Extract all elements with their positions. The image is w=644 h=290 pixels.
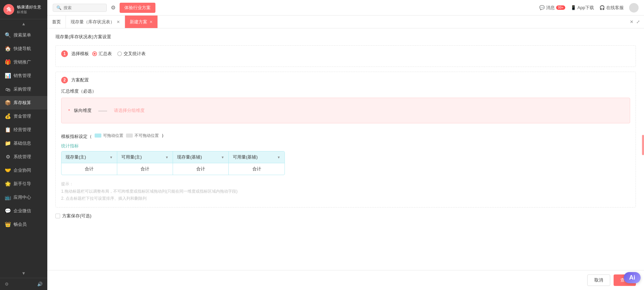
dimension-divider: —— <box>98 108 107 113</box>
col-available-aux-header[interactable]: 可用量(基辅) ▼ <box>229 151 284 163</box>
tv-icon: 📺 <box>5 194 11 200</box>
sidebar-item-vip[interactable]: 👑 畅会员 <box>0 218 47 231</box>
sidebar-item-basic-info[interactable]: 📁 基础信息 <box>0 137 47 150</box>
ai-fab-button[interactable]: Ai <box>624 272 641 283</box>
tab-inventory-close[interactable]: ✕ <box>117 20 120 24</box>
sidebar: 兔 畅康通好生意 标准版 ▲ 🔍 搜索菜单 🏠 快捷导航 🎁 营销推广 📊 销售… <box>0 0 47 290</box>
topbar: 🔍 ⚙ 体验行业方案 💬 消息 99+ 📱 App下载 🎧 在线客服 <box>47 0 644 16</box>
section-1-title: 选择模板 <box>71 51 89 57</box>
online-service-btn[interactable]: 🎧 在线客服 <box>599 5 624 11</box>
tab-close-window-icon[interactable]: ✕ <box>630 19 634 24</box>
download-icon: 📱 <box>571 5 576 10</box>
section-2: 2 方案配置 汇总维度（必选） * 纵向维度 —— 请选择分组维度 模板指标设定… <box>55 72 636 208</box>
tabs-bar: 首页 现存量（库存状况表） ✕ 新建方案 ✕ ✕ ⤢ <box>47 16 644 28</box>
col-current-aux: 现存量(基辅) ▼ 合计 <box>173 151 229 175</box>
section-1-num: 1 <box>61 50 68 57</box>
topbar-settings-btn[interactable]: ⚙ <box>111 4 116 11</box>
sidebar-item-finance[interactable]: 💰 资金管理 <box>0 110 47 123</box>
col-available-main-header[interactable]: 可用量(主) ▼ <box>117 151 173 163</box>
bag-icon: 🛍 <box>5 86 11 92</box>
topbar-search-input[interactable] <box>64 5 103 10</box>
col-current-aux-header[interactable]: 现存量(基辅) ▼ <box>173 151 228 163</box>
sidebar-item-app-center[interactable]: 📺 应用中心 <box>0 191 47 204</box>
radio-summary-circle <box>92 51 97 56</box>
sidebar-item-enterprise-wechat[interactable]: 💬 企业微信 <box>0 204 47 218</box>
col-current-main-header[interactable]: 现存量(主) ▼ <box>61 151 117 163</box>
sidebar-speaker-icon[interactable]: 🔊 <box>37 282 43 287</box>
col-current-main-dropdown[interactable]: ▼ <box>109 155 113 159</box>
dimension-row-label: 纵向维度 <box>74 107 92 114</box>
tab-expand-icon[interactable]: ⤢ <box>636 19 640 24</box>
section-2-title: 方案配置 <box>71 77 89 83</box>
trial-btn[interactable]: 体验行业方案 <box>120 3 155 13</box>
indicator-settings-label: 模板指标设定（ <box>61 134 92 140</box>
sidebar-nav: 🔍 搜索菜单 🏠 快捷导航 🎁 营销推广 📊 销售管理 🛍 采购管理 📦 库存核… <box>0 28 47 269</box>
sidebar-item-operations[interactable]: 📋 经营管理 <box>0 123 47 137</box>
stats-label: 统计指标 <box>61 143 630 149</box>
section-2-num: 2 <box>61 77 68 83</box>
section-1: 1 选择模板 汇总表 交叉统计表 <box>55 45 636 67</box>
tab-inventory[interactable]: 现存量（库存状况表） ✕ <box>66 16 125 28</box>
sidebar-item-guide[interactable]: 🌟 新手引导 <box>0 177 47 191</box>
box-icon: 📦 <box>5 100 11 106</box>
page-footer: 取消 查询 <box>47 270 644 290</box>
section-2-header: 2 方案配置 <box>61 77 630 83</box>
logo-text: 畅康通好生意 标准版 <box>17 4 41 15</box>
non-draggable-box <box>126 134 133 138</box>
logo-icon: 兔 <box>3 4 14 15</box>
save-option: 方案保存(可选) <box>55 213 636 219</box>
sidebar-settings-icon[interactable]: ⚙ <box>5 282 9 287</box>
save-option-label: 方案保存(可选) <box>62 213 92 219</box>
scroll-indicator <box>642 135 644 155</box>
topbar-left: 🔍 ⚙ 体验行业方案 <box>53 3 155 13</box>
star-icon: 🌟 <box>5 181 11 187</box>
sidebar-item-inventory-calc[interactable]: 📦 库存核算 <box>0 96 47 110</box>
sidebar-item-enterprise-collab[interactable]: 🤝 企业协同 <box>0 164 47 177</box>
clipboard-icon: 📋 <box>5 127 11 133</box>
radio-cross-table[interactable]: 交叉统计表 <box>117 51 146 57</box>
gear-icon: ⚙ <box>5 154 11 160</box>
folder-icon: 📁 <box>5 140 11 146</box>
dimension-placeholder: 请选择分组维度 <box>114 107 145 114</box>
handshake-icon: 🤝 <box>5 167 11 173</box>
tab-home[interactable]: 首页 <box>47 16 66 28</box>
metrics-table: 现存量(主) ▼ 合计 可用量(主) ▼ 合计 <box>61 151 285 175</box>
chart-icon: 📊 <box>5 73 11 79</box>
page-title: 现存量(库存状况表)方案设置 <box>55 34 636 40</box>
col-available-main-dropdown[interactable]: ▼ <box>165 155 169 159</box>
sidebar-item-system[interactable]: ⚙ 系统管理 <box>0 150 47 164</box>
sidebar-scroll-down[interactable]: ▼ <box>0 269 47 278</box>
col-available-aux-dropdown[interactable]: ▼ <box>277 155 280 159</box>
message-btn[interactable]: 💬 消息 99+ <box>539 5 565 11</box>
sidebar-item-sales[interactable]: 📊 销售管理 <box>0 69 47 82</box>
indicator-settings-suffix: ） <box>162 132 166 139</box>
col-current-aux-dropdown[interactable]: ▼ <box>221 155 224 159</box>
cancel-button[interactable]: 取消 <box>587 274 610 286</box>
legend-draggable: 可拖动位置 <box>95 133 123 139</box>
chat-icon: 💬 <box>5 208 11 214</box>
topbar-search-box[interactable]: 🔍 <box>53 4 107 12</box>
dimension-label: 汇总维度（必选） <box>61 88 630 94</box>
user-avatar[interactable] <box>629 3 639 13</box>
dimension-required-star: * <box>68 108 70 113</box>
sidebar-scroll-up[interactable]: ▲ <box>0 19 47 28</box>
hints-title: 提示： <box>61 182 73 186</box>
template-radio-group: 汇总表 交叉统计表 <box>92 51 146 57</box>
dimension-area[interactable]: * 纵向维度 —— 请选择分组维度 <box>61 98 630 123</box>
col-current-aux-cell: 合计 <box>173 163 228 175</box>
main-area: 🔍 ⚙ 体验行业方案 💬 消息 99+ 📱 App下载 🎧 在线客服 <box>47 0 644 290</box>
sidebar-item-purchase[interactable]: 🛍 采购管理 <box>0 82 47 96</box>
sidebar-item-marketing[interactable]: 🎁 营销推广 <box>0 55 47 69</box>
col-available-aux-cell: 合计 <box>229 163 284 175</box>
tab-new-plan-close[interactable]: ✕ <box>149 20 153 24</box>
search-icon: 🔍 <box>5 32 11 38</box>
radio-cross-circle <box>117 51 122 56</box>
col-available-main: 可用量(主) ▼ 合计 <box>117 151 173 175</box>
radio-summary-table[interactable]: 汇总表 <box>92 51 112 57</box>
app-download-btn[interactable]: 📱 App下载 <box>571 5 594 11</box>
sidebar-item-search-menu[interactable]: 🔍 搜索菜单 <box>0 28 47 42</box>
money-icon: 💰 <box>5 113 11 119</box>
tab-new-plan[interactable]: 新建方案 ✕ <box>125 16 158 28</box>
sidebar-item-quick-nav[interactable]: 🏠 快捷导航 <box>0 42 47 55</box>
save-checkbox[interactable] <box>55 214 60 218</box>
